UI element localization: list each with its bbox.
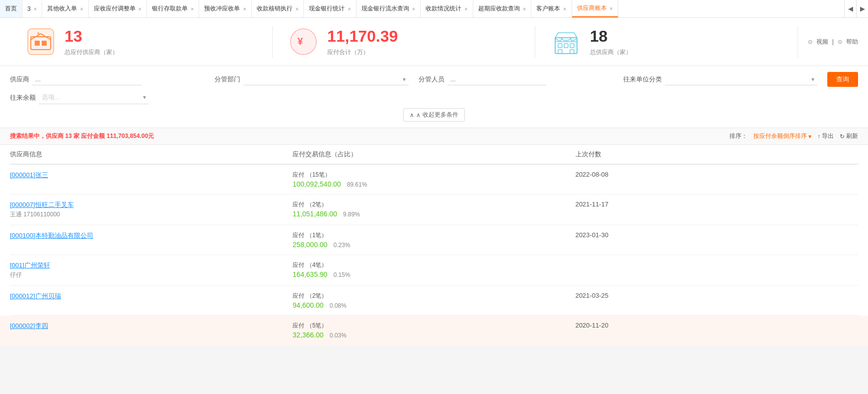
supplier-cell: [000007]恒旺二手叉车 王通 17106110000 xyxy=(10,200,292,219)
total-ap-suppliers-label: 总应付供应商（家） xyxy=(65,48,118,57)
svg-rect-11 xyxy=(570,44,574,48)
export-button[interactable]: ↑ 导出 xyxy=(817,132,834,140)
supplier-link[interactable]: [000001]张三 xyxy=(10,171,48,179)
ap-amount[interactable]: 11,051,486.00 xyxy=(292,210,337,218)
ap-amount[interactable]: 164,635.90 xyxy=(292,270,327,278)
close-icon[interactable]: × xyxy=(80,6,83,12)
supplier-input[interactable] xyxy=(32,73,142,85)
collapse-button[interactable]: ∧ ∧ 收起更多条件 xyxy=(403,108,464,122)
amount-cell: 应付 （15笔） 100,092,540.00 89.61% xyxy=(292,171,575,188)
nav-cash-bank-stat[interactable]: 现金银行统计 × xyxy=(304,0,356,17)
close-icon[interactable]: × xyxy=(295,6,298,12)
table-row: [000001]张三 应付 （15笔） 100,092,540.00 89.61… xyxy=(10,165,858,195)
svg-text:¥: ¥ xyxy=(297,36,303,47)
nav-bank-deposit[interactable]: 银行存取款单 × xyxy=(147,0,199,17)
nav-receipt-stat[interactable]: 收款情况统计 × xyxy=(421,0,473,17)
close-icon[interactable]: × xyxy=(464,6,467,12)
help-link[interactable]: 帮助 xyxy=(846,38,858,46)
nav-ar-ap-adjust[interactable]: 应收应付调整单 × xyxy=(89,0,147,17)
supplier-link[interactable]: [000012]广州贝瑞 xyxy=(10,292,61,300)
supplier-cell: [000002]李四 xyxy=(10,322,292,330)
export-icon: ↑ xyxy=(817,133,820,140)
nav-next-arrow[interactable]: ▶ xyxy=(856,0,868,18)
last-pay-cell: 2023-01-30 xyxy=(576,231,858,239)
supplier-link[interactable]: [001]广州荣轩 xyxy=(10,262,50,269)
video-link[interactable]: 视频 xyxy=(816,38,828,46)
table-row: [000007]恒旺二手叉车 王通 17106110000 应付 （2笔） 11… xyxy=(10,195,858,225)
last-pay-cell: 2022-08-08 xyxy=(576,171,858,178)
dept-filter-label: 分管部门 xyxy=(215,75,240,84)
table-row: [000002]李四 应付 （5笔） 32,366.00 0.03% 2020-… xyxy=(0,316,868,345)
amount-icon: ¥ xyxy=(288,26,319,58)
dept-select[interactable]: ▾ xyxy=(243,74,409,85)
supplier-link[interactable]: [000100]本特勤油品有限公司 xyxy=(10,232,93,239)
balance-filter-label: 往来余额 xyxy=(10,93,36,102)
table-row: [001]广州荣轩 仔仔 应付 （4笔） 164,635.90 0.15% xyxy=(10,255,858,286)
ap-amount[interactable]: 32,366.00 xyxy=(292,331,323,339)
nav-three[interactable]: 3 × xyxy=(22,0,42,17)
col-last-pay: 上次付数 xyxy=(576,150,858,159)
close-icon[interactable]: × xyxy=(348,6,351,12)
summary-info-suppliers: 13 总应付供应商（家） xyxy=(65,27,118,56)
balance-select[interactable]: 选项... ▾ xyxy=(39,91,149,104)
ap-amount[interactable]: 100,092,540.00 xyxy=(292,180,341,188)
close-icon[interactable]: × xyxy=(610,5,613,11)
nav-cash-bank-query[interactable]: 现金银行流水查询 × xyxy=(357,0,421,17)
result-actions: 排序： 按应付余额倒序排序 ▾ ↑ 导出 ↻ 刷新 xyxy=(729,132,858,140)
ap-amount[interactable]: 258,000.00 xyxy=(292,241,327,249)
last-pay-cell: 2021-03-25 xyxy=(576,292,858,299)
summary-area: ¥ 13 总应付供应商（家） ¥ 11,170.39 应付合计（万） xyxy=(0,18,868,66)
balance-placeholder: 选项... xyxy=(42,93,60,102)
svg-rect-12 xyxy=(558,50,562,54)
amount-cell: 应付 （2笔） 11,051,486.00 9.89% xyxy=(292,200,575,218)
close-icon[interactable]: × xyxy=(139,6,142,12)
chevron-up-icon: ∧ ∧ xyxy=(410,112,420,119)
svg-text:¥: ¥ xyxy=(37,31,40,36)
nav-prev-arrow[interactable]: ◀ xyxy=(844,0,856,18)
close-icon[interactable]: × xyxy=(523,6,526,12)
category-select[interactable]: ▾ xyxy=(665,74,818,85)
col-ap-info: 应付交易信息（占比） xyxy=(292,150,575,159)
result-info: 搜索结果中，供应商 13 家 应付金额 111,703,854.00元 xyxy=(10,132,154,140)
amount-cell: 应付 （1笔） 258,000.00 0.23% xyxy=(292,231,575,249)
summary-info-amount: 11,170.39 应付合计（万） xyxy=(327,27,398,56)
sort-value[interactable]: 按应付余额倒序排序 ▾ xyxy=(753,132,811,140)
filter-row-2: 往来余额 选项... ▾ xyxy=(10,91,858,104)
person-input[interactable] xyxy=(447,73,547,85)
close-icon[interactable]: × xyxy=(563,6,566,12)
filter-balance: 往来余额 选项... ▾ xyxy=(10,91,149,104)
nav-other-income[interactable]: 其他收入单 × xyxy=(42,0,88,17)
nav-supplier-ledger[interactable]: 供应商账本 × xyxy=(572,0,618,17)
result-count: 13 xyxy=(65,132,72,139)
ap-amount[interactable]: 94,600.00 xyxy=(292,301,323,309)
close-icon[interactable]: × xyxy=(34,6,37,12)
refresh-button[interactable]: ↻ 刷新 xyxy=(840,132,858,140)
filter-row-1: 供应商 分管部门 ▾ 分管人员 往来单位分类 ▾ 查询 xyxy=(10,72,858,87)
summary-card-total: 18 总供应商（家） xyxy=(535,26,798,58)
supplier-filter-label: 供应商 xyxy=(10,75,29,84)
supplier-link[interactable]: [000007]恒旺二手叉车 xyxy=(10,201,74,208)
nav-home[interactable]: 首页 xyxy=(0,0,22,17)
close-icon[interactable]: × xyxy=(412,6,415,12)
nav-receipt-exec[interactable]: 收款核销执行 × xyxy=(252,0,304,17)
chevron-down-icon: ▾ xyxy=(403,76,406,83)
nav-advance-ar[interactable]: 预收冲应收单 × xyxy=(199,0,251,17)
svg-rect-2 xyxy=(35,41,40,46)
total-suppliers-label: 总供应商（家） xyxy=(590,48,632,57)
result-text1: 搜索结果中，供应商 xyxy=(10,132,64,139)
svg-rect-3 xyxy=(42,41,47,46)
table-header: 供应商信息 应付交易信息（占比） 上次付数 xyxy=(10,145,858,165)
collapse-label: 收起更多条件 xyxy=(423,111,458,119)
summary-card-suppliers: ¥ 13 总应付供应商（家） xyxy=(10,26,273,58)
supplier-cell: [001]广州荣轩 仔仔 xyxy=(10,261,292,279)
result-bar: 搜索结果中，供应商 13 家 应付金额 111,703,854.00元 排序： … xyxy=(0,128,868,145)
close-icon[interactable]: × xyxy=(243,6,246,12)
nav-customer-ledger[interactable]: 客户账本 × xyxy=(531,0,572,17)
svg-rect-9 xyxy=(558,44,562,48)
filter-area: 供应商 分管部门 ▾ 分管人员 往来单位分类 ▾ 查询 往来余额 选项 xyxy=(0,66,868,128)
search-button[interactable]: 查询 xyxy=(827,72,858,87)
nav-overdue-ar[interactable]: 超期应收款查询 × xyxy=(473,0,531,17)
supplier-link[interactable]: [000002]李四 xyxy=(10,322,48,329)
chevron-down-icon: ▾ xyxy=(143,94,146,101)
close-icon[interactable]: × xyxy=(191,6,194,12)
